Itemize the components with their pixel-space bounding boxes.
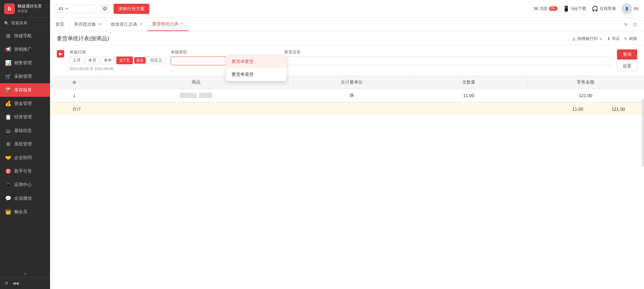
tab-collect-summary-label: 收发存汇总表 [111, 21, 137, 27]
date-btn-this-year[interactable]: 本年 [101, 57, 115, 64]
sidebar-item-label: 新手引导 [14, 168, 32, 174]
marketing-icon: 📢 [5, 46, 11, 53]
sidebar-item-finance[interactable]: 💰 资金管理 [0, 97, 50, 110]
sidebar-item-marketing[interactable]: 📢 营销推广 [0, 43, 50, 56]
sidebar-item-label: 企业微信 [14, 195, 32, 201]
message-icon: ✉ [534, 5, 538, 12]
guide-icon: 🎯 [5, 168, 11, 175]
dropdown-item-return[interactable]: 要货单退货 [226, 68, 286, 81]
page-header: 要货单统计表(按商品) 🖨 按模板打印 ▼ ⬇ 导出 ↻ 刷新 [50, 31, 644, 45]
filter-settings-button[interactable]: 设置 [617, 61, 637, 71]
tab-batch-account-label: 库存批次账 [74, 21, 96, 27]
date-btn-this-month[interactable]: 本月 [85, 57, 99, 64]
expand-filter-button[interactable]: ▶ [57, 50, 64, 58]
tab-close-all-button[interactable]: ✕ [622, 21, 629, 28]
sidebar: b 畅捷通好生意 标准版 🔍 搜索菜单 ⊞ 快捷导航 📢 营销推广 📊 销售管理… [0, 0, 50, 289]
row-amount: 121.00 [527, 89, 644, 102]
user-action[interactable]: 👤 Rit [621, 3, 639, 14]
tab-expand-button[interactable]: ⊡ [632, 21, 639, 28]
sidebar-item-basic-info[interactable]: 🗂 基础信息 [0, 124, 50, 137]
member-icon: 👑 [5, 208, 11, 215]
product-placeholder-2 [199, 93, 212, 98]
date-btn-custom[interactable]: 自定义 [147, 57, 165, 64]
app-center-icon: 📱 [5, 181, 11, 188]
sidebar-item-enterprise[interactable]: 🤝 企业协同 [0, 151, 50, 164]
sidebar-item-label: 企业协同 [14, 155, 32, 161]
export-label: 导出 [612, 36, 620, 42]
tab-collect-summary[interactable]: 收发存汇总表 ✕ [106, 18, 147, 31]
sidebar-item-label: 销售管理 [14, 60, 32, 66]
tab-order-stats-close[interactable]: ✕ [181, 22, 184, 26]
sidebar-item-purchase[interactable]: 🛒 采购管理 [0, 70, 50, 83]
export-icon: ⬇ [607, 36, 611, 41]
dropdown-item-requisition[interactable]: 要货单要货 [226, 55, 286, 68]
enterprise-icon: 🤝 [5, 154, 11, 161]
purchase-icon: 🛒 [5, 73, 11, 80]
sidebar-item-label: 畅会员 [14, 209, 27, 215]
row-unit: 块 [293, 89, 410, 102]
tab-collect-summary-close[interactable]: ✕ [139, 22, 142, 26]
type-filter-label: 单据类型 [171, 49, 279, 55]
refresh-action[interactable]: ↻ 刷新 [624, 36, 637, 42]
resize-handle[interactable] [642, 99, 644, 166]
sidebar-item-quick-nav[interactable]: ⊞ 快捷导航 [0, 29, 50, 43]
export-action[interactable]: ⬇ 导出 [607, 36, 620, 42]
tab-home[interactable]: 首页 [55, 18, 69, 31]
sidebar-search[interactable]: 🔍 搜索菜单 [0, 18, 50, 29]
header-settings-button[interactable]: ⚙ [100, 4, 110, 14]
quick-nav-icon: ⊞ [5, 32, 11, 39]
date-btn-last-month[interactable]: 上月 [70, 57, 84, 64]
sidebar-settings-icon[interactable]: ⚙ [5, 281, 8, 286]
store-selector[interactable]: 41 ▼ [55, 4, 96, 13]
print-chevron: ▼ [599, 37, 603, 41]
sidebar-item-label: 基础信息 [14, 128, 32, 134]
type-dropdown-menu: 要货单要货 要货单退货 [226, 55, 287, 81]
sidebar-item-guide[interactable]: 🎯 新手引导 [0, 164, 50, 178]
date-btn-7days[interactable]: 近7天 [116, 57, 133, 64]
tab-batch-account[interactable]: 库存批次账 ✕ [69, 18, 106, 31]
app-logo-icon: b [4, 3, 15, 14]
tab-order-stats-label: 要货单统计表 [152, 21, 178, 27]
tab-bar-right: ✕ ⊡ [622, 21, 639, 28]
message-label: 消息 [540, 6, 548, 12]
date-filter-label: 单据日期 [70, 49, 165, 55]
sidebar-item-system[interactable]: ⚙ 系统管理 [0, 137, 50, 151]
sidebar-item-inventory[interactable]: 📦 库存核算 [0, 83, 50, 97]
sidebar-logo: b 畅捷通好生意 标准版 [0, 0, 50, 18]
tab-order-stats[interactable]: 要货单统计表 ✕ [147, 18, 189, 31]
tab-home-label: 首页 [55, 21, 64, 27]
sidebar-item-app-center[interactable]: 📱 应用中心 [0, 178, 50, 192]
col-header-settings[interactable]: ⚙ [50, 76, 99, 89]
table-footer: 合计 11.00 121.00 [50, 102, 644, 115]
page-title: 要货单统计表(按商品) [57, 35, 109, 42]
trial-button[interactable]: 体验行业方案 [114, 4, 149, 14]
app-download-action[interactable]: 📱 App下载 [563, 5, 586, 12]
query-button[interactable]: 查询 [617, 49, 637, 60]
print-action[interactable]: 🖨 按模板打印 ▼ [572, 36, 603, 42]
tab-bar: 首页 库存批次账 ✕ 收发存汇总表 ✕ 要货单统计表 ✕ ✕ ⊡ [50, 18, 644, 31]
date-range-display: 2023-05-06 至 2023-06-06 [70, 66, 165, 71]
print-label: 按模板打印 [577, 36, 598, 42]
sidebar-item-member[interactable]: 👑 畅会员 [0, 205, 50, 219]
wechat-icon: 💬 [5, 195, 11, 202]
header-left: 41 ▼ ⚙ 体验行业方案 [55, 4, 149, 14]
sidebar-item-label: 库存核算 [14, 87, 32, 93]
warehouse-filter-input[interactable] [287, 59, 603, 63]
product-placeholder-1 [180, 93, 197, 98]
message-action[interactable]: ✉ 消息 99+ [534, 5, 557, 12]
sidebar-item-sales[interactable]: 📊 销售管理 [0, 56, 50, 70]
tab-batch-account-close[interactable]: ✕ [98, 22, 101, 26]
refresh-icon: ↻ [624, 36, 628, 41]
sidebar-collapse-icon[interactable]: ◀◀ [13, 281, 19, 286]
user-avatar-placeholder: 👤 [625, 7, 629, 10]
sidebar-item-operation[interactable]: 📋 经营管理 [0, 110, 50, 124]
sidebar-item-wechat[interactable]: 💬 企业微信 [0, 192, 50, 205]
warehouse-more-icon[interactable]: ··· [602, 58, 609, 64]
date-btn-more[interactable]: 更多 [134, 57, 146, 64]
sidebar-item-label: 系统管理 [14, 141, 32, 147]
avatar: 👤 [621, 3, 632, 14]
table-settings-icon: ⚙ [72, 80, 76, 85]
system-icon: ⚙ [5, 141, 11, 148]
online-service-action[interactable]: 🎧 在线客服 [592, 5, 616, 12]
print-icon: 🖨 [572, 36, 576, 41]
